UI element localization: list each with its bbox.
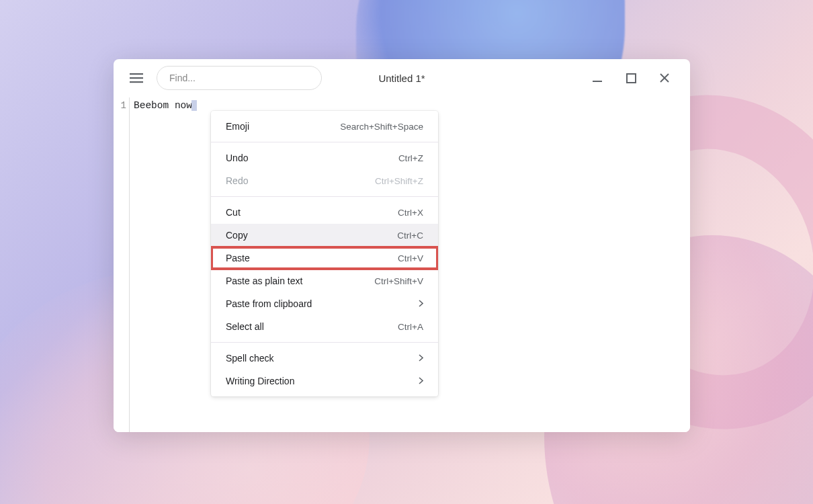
maximize-button[interactable] — [622, 69, 640, 87]
svg-rect-1 — [130, 77, 143, 79]
menu-item-shortcut: Ctrl+A — [398, 322, 423, 332]
menu-section: UndoCtrl+ZRedoCtrl+Shift+Z — [211, 142, 438, 196]
menu-item-label: Paste — [226, 253, 398, 263]
hamburger-icon — [130, 73, 143, 83]
line-number-gutter: 1 — [114, 97, 130, 432]
menu-item-shortcut: Ctrl+V — [398, 253, 423, 263]
menu-item-cut[interactable]: CutCtrl+X — [211, 201, 438, 224]
menu-item-select-all[interactable]: Select allCtrl+A — [211, 315, 438, 338]
close-button[interactable] — [655, 69, 674, 87]
menu-item-copy[interactable]: CopyCtrl+C — [211, 224, 438, 247]
menu-item-label: Select all — [226, 321, 398, 332]
svg-rect-4 — [627, 74, 636, 83]
minimize-button[interactable] — [588, 69, 607, 87]
svg-rect-2 — [130, 81, 143, 83]
menu-item-label: Redo — [226, 175, 375, 186]
menu-section: Spell checkWriting Direction — [211, 343, 438, 396]
titlebar: Untitled 1* — [114, 59, 690, 97]
menu-section: EmojiSearch+Shift+Space — [211, 111, 438, 142]
maximize-icon — [626, 73, 636, 83]
menu-item-paste-from-clipboard[interactable]: Paste from clipboard — [211, 292, 438, 315]
menu-item-shortcut: Ctrl+C — [397, 230, 423, 241]
menu-item-label: Writing Direction — [226, 376, 419, 386]
menu-item-label: Spell check — [226, 353, 419, 364]
chevron-right-icon — [419, 299, 423, 309]
close-icon — [659, 73, 670, 83]
menu-item-label: Paste from clipboard — [226, 298, 419, 309]
menu-item-shortcut: Ctrl+Shift+V — [374, 276, 423, 286]
context-menu: EmojiSearch+Shift+SpaceUndoCtrl+ZRedoCtr… — [211, 111, 438, 396]
menu-item-writing-direction[interactable]: Writing Direction — [211, 370, 438, 392]
chevron-right-icon — [419, 376, 423, 386]
svg-rect-0 — [130, 73, 143, 75]
menu-item-redo: RedoCtrl+Shift+Z — [211, 169, 438, 192]
line-number: 1 — [114, 100, 126, 111]
text-cursor — [191, 100, 197, 111]
chevron-right-icon — [419, 353, 423, 364]
menu-item-label: Undo — [226, 153, 398, 163]
search-input[interactable] — [157, 66, 322, 90]
menu-item-paste[interactable]: PasteCtrl+V — [211, 247, 438, 269]
svg-rect-3 — [593, 81, 602, 82]
menu-item-paste-as-plain-text[interactable]: Paste as plain textCtrl+Shift+V — [211, 269, 438, 292]
minimize-icon — [592, 73, 603, 83]
window-controls — [588, 69, 682, 87]
menu-item-shortcut: Ctrl+Shift+Z — [375, 176, 423, 186]
editor-text: Beebom now — [134, 100, 192, 111]
menu-item-label: Emoji — [226, 121, 340, 132]
menu-item-spell-check[interactable]: Spell check — [211, 347, 438, 370]
menu-item-emoji[interactable]: EmojiSearch+Shift+Space — [211, 115, 438, 138]
menu-item-label: Cut — [226, 207, 398, 218]
menu-icon[interactable] — [122, 63, 151, 93]
menu-section: CutCtrl+XCopyCtrl+CPasteCtrl+VPaste as p… — [211, 197, 438, 342]
menu-item-undo[interactable]: UndoCtrl+Z — [211, 146, 438, 169]
menu-item-shortcut: Ctrl+Z — [398, 153, 423, 163]
menu-item-shortcut: Ctrl+X — [398, 208, 423, 218]
menu-item-label: Paste as plain text — [226, 276, 374, 286]
menu-item-shortcut: Search+Shift+Space — [340, 122, 423, 132]
menu-item-label: Copy — [226, 230, 397, 241]
window-title: Untitled 1* — [378, 73, 425, 84]
